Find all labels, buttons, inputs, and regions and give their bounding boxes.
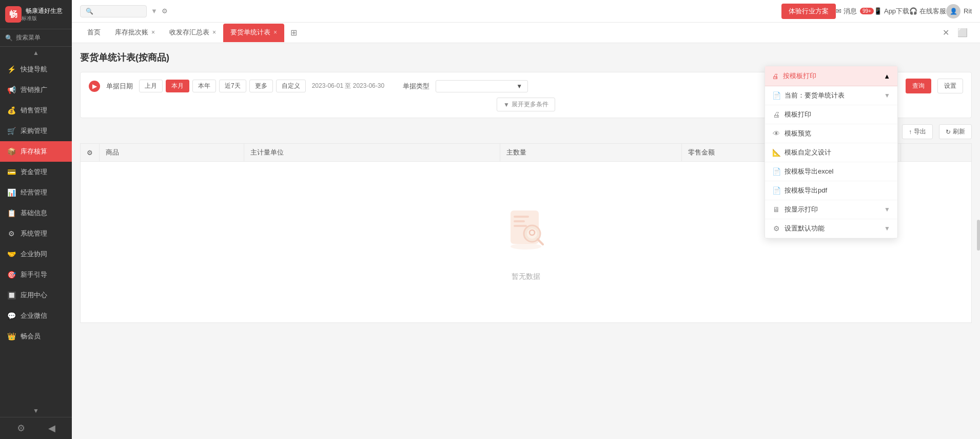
date-range-display: 2023-06-01 至 2023-06-30: [312, 82, 384, 90]
dropdown-header[interactable]: 🖨 按模板打印 ▲: [765, 66, 897, 86]
tabs-bar: 首页 库存批次账 × 收发存汇总表 × 要货单统计表 × ⊞ ✕ ⬜: [72, 23, 980, 43]
scroll-indicator[interactable]: [977, 220, 980, 251]
topbar-settings-icon[interactable]: ⚙: [162, 7, 168, 15]
inventory-icon: 📦: [6, 146, 16, 157]
display-print-chevron: ▼: [884, 206, 890, 213]
tab-home[interactable]: 首页: [80, 24, 108, 42]
dropdown-template-export-pdf[interactable]: 📄 按模板导出pdf: [765, 181, 897, 200]
filter-toggle-icon[interactable]: ▶: [89, 81, 100, 92]
app-logo-icon: 畅: [5, 6, 22, 23]
dropdown-template-export-excel[interactable]: 📄 按模板导出excel: [765, 162, 897, 181]
wechat-icon: 💬: [6, 311, 16, 321]
message-icon: ✉: [836, 7, 841, 15]
sidebar-item-wechat[interactable]: 💬 企业微信: [0, 306, 72, 326]
tab-expand-icon[interactable]: ⊞: [290, 28, 297, 37]
topbar-search-box[interactable]: 🔍: [80, 5, 147, 17]
date-current-year[interactable]: 本年: [192, 80, 216, 92]
topbar-dropdown-icon[interactable]: ▼: [151, 7, 158, 15]
print-dropdown: 🖨 按模板打印 ▲ 📄 当前：要货单统计表 ▼ 🖨 模板打印 👁 模板预览: [765, 66, 898, 239]
sidebar-item-member[interactable]: 👑 畅会员: [0, 326, 72, 347]
basic-icon: 📋: [6, 208, 16, 218]
app-logo-text: 畅康通好生意 标准版: [22, 7, 63, 23]
dropdown-template-preview[interactable]: 👁 模板预览: [765, 124, 897, 143]
date-custom[interactable]: 自定义: [276, 80, 306, 92]
trial-btn[interactable]: 体验行业方案: [781, 4, 836, 19]
sidebar-item-quick-nav[interactable]: ⚡ 快捷导航: [0, 59, 72, 80]
purchase-icon: 🛒: [6, 126, 16, 136]
quick-nav-icon: ⚡: [6, 64, 16, 74]
date-last7days[interactable]: 近7天: [219, 80, 246, 92]
app-center-icon: 🔲: [6, 290, 16, 300]
sidebar-item-basic[interactable]: 📋 基础信息: [0, 203, 72, 223]
operation-icon: 📊: [6, 187, 16, 198]
sidebar-item-cooperation[interactable]: 🤝 企业协同: [0, 244, 72, 264]
sidebar-search[interactable]: 🔍 搜索菜单: [0, 29, 72, 47]
template-design-icon: 📐: [772, 148, 780, 157]
avatar[interactable]: 👤: [946, 4, 961, 18]
set-default-chevron: ▼: [884, 225, 890, 232]
type-select[interactable]: ▼: [436, 80, 528, 92]
col-unit: 主计量单位: [244, 144, 500, 162]
sidebar-footer: ⚙ ◀: [0, 417, 72, 439]
type-chevron-icon: ▼: [516, 83, 522, 90]
export-btn[interactable]: ↑ 导出: [902, 124, 933, 139]
sales-icon: 💰: [6, 105, 16, 116]
sidebar-item-marketing[interactable]: 📢 营销推广: [0, 80, 72, 100]
sidebar-settings-icon[interactable]: ⚙: [17, 423, 25, 434]
tab-collection-summary[interactable]: 收发存汇总表 ×: [162, 24, 223, 42]
dropdown-template-design[interactable]: 📐 模板自定义设计: [765, 143, 897, 162]
current-template-icon: 📄: [772, 91, 780, 100]
empty-text: 暂无数据: [512, 272, 540, 281]
tab-order-stats-close[interactable]: ×: [273, 29, 277, 36]
tab-batch-account[interactable]: 库存批次账 ×: [108, 24, 162, 42]
template-excel-icon: 📄: [772, 167, 780, 176]
dropdown-template-print[interactable]: 🖨 模板打印: [765, 105, 897, 124]
tab-batch-account-close[interactable]: ×: [151, 29, 155, 36]
sidebar-scroll-up[interactable]: ▲: [0, 47, 72, 59]
sidebar-collapse-icon[interactable]: ◀: [48, 423, 55, 434]
sidebar-item-operation[interactable]: 📊 经营管理: [0, 182, 72, 203]
date-current-month[interactable]: 本月: [166, 80, 189, 92]
col-settings[interactable]: ⚙: [81, 144, 100, 162]
messages-badge: 99+: [860, 8, 874, 14]
sidebar-item-inventory[interactable]: 📦 库存核算: [0, 141, 72, 162]
date-more[interactable]: 更多: [249, 80, 273, 92]
sidebar-item-system[interactable]: ⚙ 系统管理: [0, 223, 72, 244]
dropdown-set-default[interactable]: ⚙ 设置默认功能 ▼: [765, 219, 897, 238]
col-product: 商品: [100, 144, 244, 162]
settings-btn[interactable]: 设置: [937, 79, 963, 93]
svg-rect-2: [514, 216, 529, 218]
expand-more-btn[interactable]: ▼ 展开更多条件: [497, 98, 555, 111]
query-btn[interactable]: 查询: [906, 79, 931, 93]
tab-maximize[interactable]: ⬜: [953, 28, 972, 37]
tab-collection-summary-close[interactable]: ×: [212, 29, 216, 36]
svg-point-0: [511, 243, 541, 250]
online-service-btn[interactable]: 🎧 在线客服: [909, 7, 946, 16]
topbar: 🔍 ▼ ⚙ 体验行业方案 ✉ 消息 99+ 📱 App下载 🎧 在线客服 👤 R…: [72, 0, 980, 23]
dropdown-display-print[interactable]: 🖥 按显示打印 ▼: [765, 200, 897, 219]
sidebar-item-guide[interactable]: 🎯 新手引导: [0, 264, 72, 285]
app-download-btn[interactable]: 📱 App下载: [874, 7, 909, 16]
dropdown-collapse-icon[interactable]: ▲: [884, 72, 890, 80]
expand-down-icon: ▼: [503, 101, 509, 108]
sidebar-item-purchase[interactable]: 🛒 采购管理: [0, 121, 72, 141]
date-prev-month[interactable]: 上月: [139, 80, 163, 92]
svg-rect-3: [514, 220, 525, 222]
tab-order-stats[interactable]: 要货单统计表 ×: [223, 24, 284, 42]
sidebar-item-finance[interactable]: 💳 资金管理: [0, 162, 72, 182]
messages-btn[interactable]: ✉ 消息 99+: [836, 7, 874, 16]
marketing-icon: 📢: [6, 85, 16, 95]
sidebar-scroll-down[interactable]: ▼: [0, 405, 72, 417]
refresh-btn[interactable]: ↻ 刷新: [939, 124, 972, 139]
type-label: 单据类型: [403, 82, 429, 91]
dropdown-current-template[interactable]: 📄 当前：要货单统计表 ▼: [765, 86, 897, 105]
sidebar-item-app-center[interactable]: 🔲 应用中心: [0, 285, 72, 306]
tab-close-all[interactable]: ✕: [938, 28, 953, 37]
finance-icon: 💳: [6, 167, 16, 177]
refresh-icon: ↻: [946, 128, 951, 136]
col-qty: 主数量: [500, 144, 681, 162]
template-pdf-icon: 📄: [772, 186, 780, 195]
date-label: 单据日期: [106, 82, 133, 91]
sidebar-item-sales[interactable]: 💰 销售管理: [0, 100, 72, 121]
empty-icon: [500, 203, 552, 264]
